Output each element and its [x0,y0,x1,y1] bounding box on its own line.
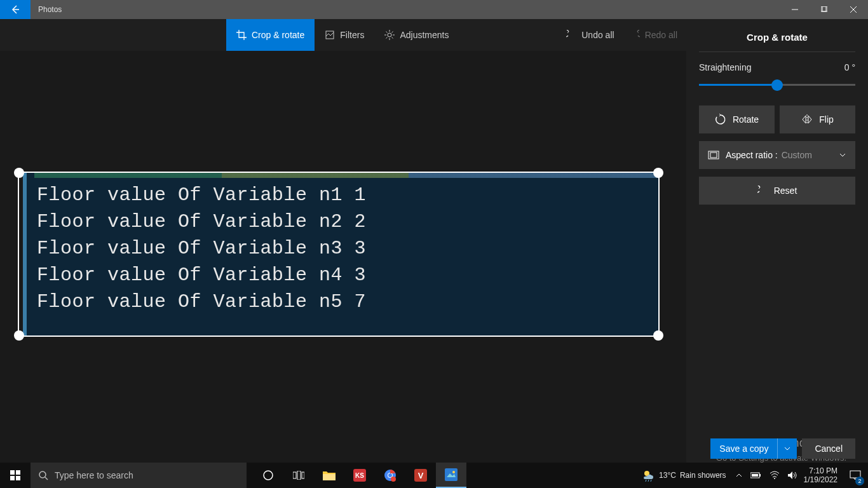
weather-widget[interactable]: 13°C Rain showers [642,469,726,482]
svg-rect-8 [10,476,15,480]
cancel-button[interactable]: Cancel [802,438,855,459]
crop-handle-bottom-left[interactable] [14,330,24,341]
svg-rect-9 [16,476,20,480]
action-bar: Save a copy Cancel [710,438,855,459]
crop-handle-top-left[interactable] [14,168,24,178]
task-view-button[interactable] [283,463,314,488]
v-app-icon: V [414,469,427,482]
minimize-icon [792,6,798,13]
tab-label: Crop & rotate [252,30,304,40]
chevron-down-icon [784,445,790,452]
cortana-button[interactable] [253,463,283,488]
photos-icon [445,468,458,481]
save-label: Save a copy [710,444,777,454]
notification-badge: 2 [855,477,864,485]
aspect-icon [708,151,719,159]
taskbar: Type here to search KS V 13°C Rain showe… [0,463,868,488]
taskbar-apps: KS V [253,463,466,488]
tab-label: Adjustments [400,30,449,40]
app-icon-2[interactable]: V [405,463,436,488]
svg-rect-29 [752,474,758,477]
start-button[interactable] [0,463,31,488]
maximize-button[interactable] [810,0,839,19]
reset-icon [757,186,768,196]
windows-icon [10,470,20,480]
undo-icon [566,30,576,40]
redo-all-button: Redo all [630,30,677,40]
app-icon-1[interactable]: KS [344,463,375,488]
aspect-ratio-dropdown[interactable]: Aspect ratio : Custom [699,141,855,169]
svg-point-21 [391,477,396,482]
reset-label: Reset [774,186,797,196]
flip-icon [801,114,813,125]
filters-icon [325,30,335,40]
reset-button[interactable]: Reset [699,177,855,205]
slider-thumb[interactable] [771,79,783,91]
chrome-icon [384,469,397,482]
battery-icon[interactable] [750,471,762,479]
taskbar-search[interactable]: Type here to search [31,463,247,488]
svg-point-10 [39,471,46,478]
slider-fill [699,84,777,86]
tab-filters[interactable]: Filters [315,19,374,51]
svg-rect-14 [302,472,304,478]
wifi-icon[interactable] [770,471,780,480]
chevron-down-icon [839,151,846,159]
back-button[interactable] [0,0,31,19]
aspect-value: Custom [782,150,812,160]
tab-label: Filters [340,30,364,40]
image-preview: Floor value Of Variable n1 1 Floor value… [23,173,658,336]
redo-icon [630,30,640,40]
svg-rect-7 [16,470,20,475]
chrome-button[interactable] [375,463,405,488]
svg-point-11 [264,471,273,480]
crop-handle-bottom-right[interactable] [653,330,663,341]
rotate-flip-row: Rotate Flip [699,105,855,133]
titlebar: Photos [0,0,868,19]
svg-rect-1 [822,6,827,11]
undo-redo-group: Undo all Redo all [566,19,677,51]
minimize-button[interactable] [780,0,810,19]
svg-rect-5 [710,152,717,158]
svg-rect-13 [297,471,301,480]
svg-rect-6 [10,470,15,475]
straightening-slider[interactable] [699,79,855,92]
file-explorer-button[interactable] [314,463,344,488]
tab-crop-rotate[interactable]: Crop & rotate [226,19,315,51]
image-artifact [34,173,658,178]
photos-app-button[interactable] [436,463,466,488]
svg-rect-15 [323,474,336,480]
svg-text:V: V [418,471,424,480]
tab-adjustments[interactable]: Adjustments [374,19,459,51]
svg-rect-0 [821,6,826,11]
taskbar-clock[interactable]: 7:10 PM 1/19/2022 [804,466,837,484]
crop-handle-top-right[interactable] [653,168,663,178]
app-title: Photos [38,5,62,14]
crop-frame[interactable]: Floor value Of Variable n1 1 Floor value… [18,172,660,337]
canvas-area[interactable]: Floor value Of Variable n1 1 Floor value… [0,51,686,463]
crop-icon [236,30,247,40]
save-dropdown-toggle[interactable] [777,438,797,459]
undo-all-button[interactable]: Undo all [566,30,614,40]
undo-label: Undo all [581,30,614,40]
straightening-row: Straightening 0 ° [699,62,855,72]
rotate-button[interactable]: Rotate [699,105,775,133]
volume-icon[interactable] [787,471,797,480]
svg-point-3 [388,33,391,37]
save-copy-button[interactable]: Save a copy [710,438,797,459]
red-app-icon: KS [353,469,366,482]
image-text-line: Floor value Of Variable n1 1 [37,182,648,208]
clock-date: 1/19/2022 [804,475,837,484]
notification-center-button[interactable]: 2 [843,463,868,488]
close-button[interactable] [839,0,868,19]
straightening-value: 0 ° [844,62,855,72]
redo-label: Redo all [645,30,677,40]
tray-icons [735,471,797,480]
flip-label: Flip [819,114,834,125]
panel-title: Crop & rotate [699,27,855,52]
flip-button[interactable]: Flip [780,105,855,133]
image-text-line: Floor value Of Variable n4 3 [37,262,648,288]
chevron-up-icon[interactable] [735,471,743,479]
weather-icon [642,469,655,482]
circle-icon [262,470,274,481]
